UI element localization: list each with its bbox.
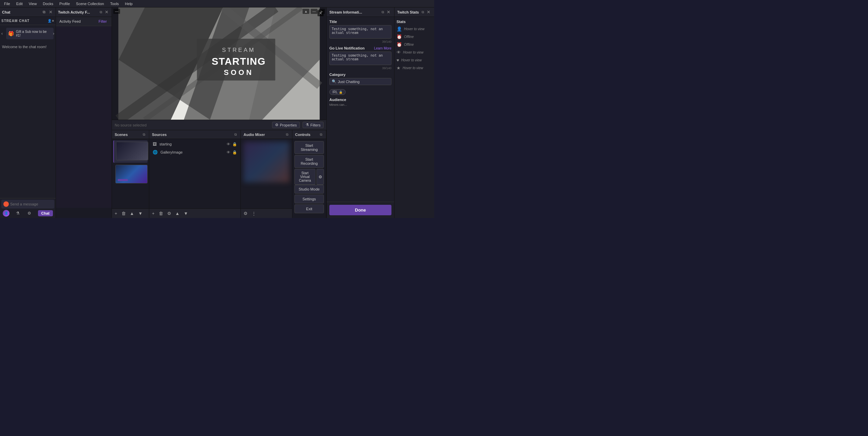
scenes-expand-btn[interactable]: ⧉ bbox=[142, 132, 146, 137]
exit-btn[interactable]: Exit bbox=[294, 204, 324, 213]
scene-item-blue[interactable] bbox=[113, 163, 148, 186]
activity-close-btn[interactable]: ✕ bbox=[104, 9, 110, 15]
twitch-stats-expand-btn[interactable]: ⧉ bbox=[421, 9, 425, 15]
chat-filter-btn[interactable]: ⚗ bbox=[15, 210, 21, 216]
source-item-starting[interactable]: 🖼 starting 👁 🔒 bbox=[151, 140, 239, 148]
stream-info-expand-btn[interactable]: ⧉ bbox=[381, 9, 385, 15]
source-add-btn[interactable]: + bbox=[151, 210, 156, 217]
no-source-label: No source selected bbox=[115, 123, 269, 127]
chat-next-btn[interactable]: › bbox=[52, 31, 56, 37]
chat-prev-btn[interactable]: ‹ bbox=[0, 31, 4, 37]
controls-expand-btn[interactable]: ⧉ bbox=[319, 132, 323, 137]
chat-expand-btn[interactable]: ⧉ bbox=[42, 9, 46, 15]
properties-btn[interactable]: ⚙ Properties bbox=[272, 122, 300, 128]
virtual-camera-settings-btn[interactable]: ⚙ bbox=[316, 169, 324, 185]
audio-mixer-body bbox=[241, 139, 292, 209]
scene-add-btn[interactable]: + bbox=[113, 210, 119, 217]
sources-expand-btn[interactable]: ⧉ bbox=[233, 132, 238, 137]
twitch-stats-close-btn[interactable]: ✕ bbox=[426, 9, 431, 15]
audio-mixer-title: Audio Mixer bbox=[244, 133, 265, 137]
menu-file[interactable]: File bbox=[1, 1, 13, 6]
activity-filter-btn[interactable]: Filter bbox=[97, 19, 108, 24]
title-input[interactable]: Testing something, not an actual stream bbox=[329, 25, 391, 39]
source-settings-btn[interactable]: ⚙ bbox=[166, 210, 173, 217]
audio-settings-btn[interactable]: ⚙ bbox=[242, 210, 249, 217]
source-lock-icon[interactable]: 🔒 bbox=[232, 142, 237, 146]
preview-image: STREAM STARTING SOON bbox=[112, 7, 326, 120]
settings-btn[interactable]: Settings bbox=[294, 195, 324, 203]
source-item-gallery[interactable]: 🌐 GalleryImage 👁 🔒 bbox=[151, 148, 239, 156]
scene-thumb-bg bbox=[116, 142, 148, 160]
stream-info-title: Stream Informati... bbox=[329, 10, 362, 14]
menu-edit[interactable]: Edit bbox=[14, 1, 25, 6]
chat-send-input[interactable] bbox=[10, 202, 57, 206]
studio-mode-btn[interactable]: Studio Mode bbox=[294, 185, 324, 194]
chat-send-btn[interactable]: Chat bbox=[38, 210, 53, 216]
scenes-controls: + 🗑 ▲ ▼ bbox=[112, 209, 149, 218]
stat-icon-user: 👤 bbox=[397, 26, 402, 32]
source-down-btn[interactable]: ▼ bbox=[182, 210, 189, 217]
start-virtual-camera-btn[interactable]: Start Virtual Camera bbox=[294, 169, 315, 185]
audio-menu-btn[interactable]: ⋮ bbox=[250, 210, 257, 217]
center-area: STREAM STARTING SOON — ▲ — ▶ ✕ No source… bbox=[112, 7, 326, 218]
learn-more-link[interactable]: Learn More bbox=[374, 46, 391, 50]
preview-close-btn[interactable]: ✕ bbox=[317, 10, 324, 16]
menu-docks[interactable]: Docks bbox=[40, 1, 56, 6]
menu-view[interactable]: View bbox=[26, 1, 40, 6]
chat-input-row: ▲ ⊙ bbox=[1, 200, 54, 209]
stream-info-close-btn[interactable]: ✕ bbox=[386, 9, 391, 15]
activity-feed-panel: Twitch Activity F... ⧉ ✕ Activity Feed F… bbox=[56, 7, 112, 218]
chat-panel: Chat ⧉ ✕ STREAM CHAT 👤+ ‹ 🎁 Gift a Sub n… bbox=[0, 7, 56, 218]
stat-value-4: Hover to view bbox=[401, 58, 422, 62]
scene-down-btn[interactable]: ▼ bbox=[137, 210, 144, 217]
source-controls-gallery: 👁 🔒 bbox=[227, 150, 237, 155]
start-streaming-btn[interactable]: Start Streaming bbox=[294, 141, 324, 154]
preview-minimize-area: — bbox=[112, 7, 121, 15]
menu-help[interactable]: Help bbox=[122, 1, 135, 6]
menu-tools[interactable]: Tools bbox=[108, 1, 122, 6]
stat-icon-clock1: ⏰ bbox=[397, 34, 402, 39]
activity-expand-btn[interactable]: ⧉ bbox=[99, 10, 103, 15]
audio-mixer-controls: ⚙ ⋮ bbox=[241, 209, 292, 218]
scene-up-btn[interactable]: ▲ bbox=[129, 210, 136, 217]
menu-bar: File Edit View Docks Profile Scene Colle… bbox=[0, 0, 434, 7]
stat-row-0: 👤 Hover to view bbox=[397, 26, 432, 32]
chat-add-user-icon[interactable]: 👤+ bbox=[47, 19, 54, 23]
preview-nav-left[interactable]: ▲ bbox=[303, 9, 309, 14]
stat-icon-clock2: ⏰ bbox=[397, 42, 402, 47]
preview-container: STREAM STARTING SOON — ▲ — ▶ ✕ bbox=[112, 7, 326, 120]
done-btn[interactable]: Done bbox=[329, 205, 391, 215]
chat-close-btn[interactable]: ✕ bbox=[48, 9, 54, 15]
chat-settings-btn2[interactable]: ⚙ bbox=[26, 210, 33, 216]
gear-icon: ⚙ bbox=[275, 123, 278, 127]
scene-remove-btn[interactable]: 🗑 bbox=[120, 210, 127, 217]
stat-row-2: ⏰ Offline bbox=[397, 42, 432, 47]
preview-resize-btn[interactable]: — bbox=[311, 9, 317, 14]
stat-value-5: Hover to view bbox=[403, 66, 423, 70]
source-lock-icon2[interactable]: 🔒 bbox=[232, 150, 237, 155]
audio-mixer-expand-btn[interactable]: ⧉ bbox=[285, 132, 289, 137]
stat-icon-eye: 👁 bbox=[397, 50, 401, 55]
start-recording-btn[interactable]: Start Recording bbox=[294, 155, 324, 168]
category-input[interactable] bbox=[338, 80, 389, 84]
source-remove-btn[interactable]: 🗑 bbox=[157, 210, 165, 217]
audio-mixer-visualization bbox=[244, 142, 289, 182]
menu-scene-collection[interactable]: Scene Collection bbox=[73, 1, 107, 6]
search-icon: 🔍 bbox=[332, 79, 336, 84]
svg-text:SOON: SOON bbox=[224, 68, 254, 77]
source-eye-icon2[interactable]: 👁 bbox=[227, 150, 230, 154]
activity-feed-tab-title: Twitch Activity F... bbox=[58, 10, 90, 14]
preview-minimize-btn[interactable]: — bbox=[113, 9, 120, 14]
scenes-panel: Scenes ⧉ bbox=[112, 130, 149, 218]
properties-label: Properties bbox=[280, 123, 297, 127]
notif-char-count: 39/140 bbox=[329, 66, 391, 70]
scene-item-starting[interactable] bbox=[113, 140, 148, 163]
menu-profile[interactable]: Profile bbox=[57, 1, 73, 6]
chat-panel-controls: ⧉ ✕ bbox=[42, 9, 54, 15]
twitch-stats-panel: Twitch Stats ⧉ ✕ Stats 👤 Hover to view ⏰… bbox=[394, 7, 434, 218]
notification-input[interactable]: Testing something, not an actual stream bbox=[329, 52, 391, 65]
source-up-btn[interactable]: ▲ bbox=[174, 210, 181, 217]
source-eye-icon[interactable]: 👁 bbox=[227, 142, 230, 146]
audio-mixer-content bbox=[242, 140, 291, 207]
filters-btn[interactable]: ⚗ Filters bbox=[303, 122, 324, 128]
